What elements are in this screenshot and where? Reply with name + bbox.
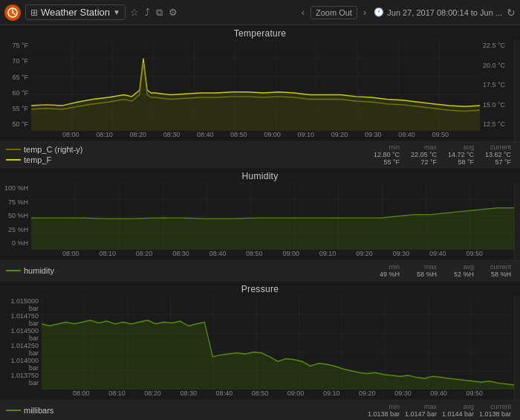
svg-marker-56 (42, 320, 514, 390)
humidity-min: 49 %H (365, 271, 403, 278)
temp-c-avg: 14.72 °C (440, 151, 477, 158)
star-icon[interactable]: ☆ (130, 7, 139, 18)
nav-next[interactable]: › (360, 5, 369, 19)
legend-item-pressure: millibars (6, 406, 53, 415)
humidity-scrollbar[interactable] (514, 183, 520, 260)
refresh-button[interactable]: ↻ (507, 7, 516, 19)
pressure-legend: millibars min max avg current 1.0138 bar… (0, 400, 520, 420)
time-range-text: Jun 27, 2017 08:00:14 to Jun ... (387, 8, 502, 17)
temp-stats: min max avg current 12.80 °C 22.05 °C 14… (365, 143, 514, 166)
tempf-line-icon (6, 159, 21, 161)
pressure-chart-area: 1.015000 bar 1.014750 bar 1.014500 bar 1… (0, 296, 520, 400)
zoom-out-button[interactable]: Zoom Out (311, 6, 357, 19)
svg-marker-37 (31, 208, 514, 250)
pressure-y-axis: 1.015000 bar 1.014750 bar 1.014500 bar 1… (0, 296, 42, 400)
main-content: Temperature 75 °F 70 °F 65 °F 60 °F 55 °… (0, 25, 520, 420)
humidity-line-icon (6, 270, 21, 271)
humidity-svg-container: 08:00 08:10 08:20 08:30 08:40 08:50 09:0… (31, 183, 514, 260)
time-nav: ‹ Zoom Out › (299, 5, 370, 19)
pressure-min: 1.0138 bar (365, 410, 403, 418)
humidity-legend: humidity min max avg current 49 %H 58 %H… (0, 260, 520, 280)
pressure-avg: 1.0144 bar (440, 410, 477, 418)
legend-item-tempc: temp_C (right-y) (6, 145, 82, 154)
settings-icon[interactable]: ⚙ (169, 7, 178, 18)
temp-c-current: 13.62 °C (477, 151, 514, 158)
pressure-title: Pressure (0, 284, 520, 294)
tempc-line-icon (6, 149, 21, 150)
pressure-line-icon (6, 410, 21, 411)
legend-tempf-label: temp_F (24, 155, 51, 164)
temp-legend: temp_C (right-y) temp_F min max avg curr… (0, 141, 520, 167)
humidity-stats: min max avg current 49 %H 58 %H 52 %H 58… (365, 263, 514, 278)
pressure-max: 1.0147 bar (403, 410, 440, 418)
temp-f-current: 57 °F (477, 158, 514, 166)
temperature-title: Temperature (0, 28, 520, 39)
pressure-x-axis: 08:00 08:10 08:20 08:30 08:40 08:50 09:0… (42, 390, 514, 400)
humidity-stats-header: min max avg current (365, 263, 514, 271)
pressure-stats-data: 1.0138 bar 1.0147 bar 1.0144 bar 1.0138 … (365, 410, 514, 418)
temp-y-axis-right: 22.5 °C 20.0 °C 17.5 °C 15.0 °C 12.5 °C (480, 40, 514, 141)
legend-humidity-label: humidity (24, 266, 54, 275)
humidity-title: Humidity (0, 171, 520, 181)
humidity-chart-area: 100 %H 75 %H 50 %H 25 %H 0 %H (0, 183, 520, 260)
clock-icon: 🕐 (374, 7, 384, 17)
nav-prev[interactable]: ‹ (299, 5, 308, 19)
caret-icon: ▼ (113, 8, 120, 16)
pressure-stats-header: min max avg current (365, 403, 514, 410)
temperature-svg-container: 08:00 08:10 08:20 08:30 08:40 08:50 09:0… (31, 40, 480, 141)
pressure-scrollbar[interactable] (514, 296, 520, 400)
temp-f-max: 72 °F (403, 158, 440, 166)
humidity-current: 58 %H (477, 271, 514, 278)
legend-item-humidity: humidity (6, 266, 54, 275)
temp-c-min: 12.80 °C (365, 151, 403, 158)
time-display: 🕐 Jun 27, 2017 08:00:14 to Jun ... (374, 7, 502, 17)
humidity-avg: 52 %H (440, 271, 477, 278)
humidity-stats-data: 49 %H 58 %H 52 %H 58 %H (365, 271, 514, 278)
humidity-max: 58 %H (403, 271, 440, 278)
copy-icon[interactable]: ⧉ (156, 7, 163, 19)
temp-f-min: 55 °F (365, 158, 403, 166)
legend-pressure-label: millibars (24, 406, 53, 415)
dashboard-title: Weather Station (41, 7, 110, 18)
temp-c-max: 22.05 °C (403, 151, 440, 158)
humidity-panel: Humidity 100 %H 75 %H 50 %H 25 %H 0 %H (0, 168, 520, 281)
temp-stats-f: 55 °F 72 °F 58 °F 57 °F (365, 158, 514, 166)
temperature-panel: Temperature 75 °F 70 °F 65 °F 60 °F 55 °… (0, 25, 520, 168)
humidity-y-axis: 100 %H 75 %H 50 %H 25 %H 0 %H (0, 183, 31, 260)
topbar: ⊞ Weather Station ▼ ☆ ⤴ ⧉ ⚙ ‹ Zoom Out ›… (0, 0, 520, 25)
temp-scrollbar[interactable] (514, 40, 520, 141)
share-icon[interactable]: ⤴ (145, 7, 150, 18)
legend-item-tempf: temp_F (6, 155, 82, 164)
temperature-chart-area: 75 °F 70 °F 65 °F 60 °F 55 °F 50 °F (0, 40, 520, 141)
legend-tempc-label: temp_C (right-y) (24, 145, 82, 154)
app-logo (4, 4, 21, 21)
pressure-stats: min max avg current 1.0138 bar 1.0147 ba… (365, 403, 514, 418)
temp-x-axis: 08:00 08:10 08:20 08:30 08:40 08:50 09:0… (31, 131, 480, 141)
temp-y-axis-left: 75 °F 70 °F 65 °F 60 °F 55 °F 50 °F (0, 40, 31, 141)
humidity-x-axis: 08:00 08:10 08:20 08:30 08:40 08:50 09:0… (31, 250, 514, 260)
grid-icon: ⊞ (30, 7, 38, 18)
topbar-actions: ☆ ⤴ ⧉ ⚙ (130, 7, 178, 19)
pressure-current: 1.0138 bar (477, 410, 514, 418)
temp-stats-c: 12.80 °C 22.05 °C 14.72 °C 13.62 °C (365, 151, 514, 158)
pressure-svg-container: 08:00 08:10 08:20 08:30 08:40 08:50 09:0… (42, 296, 514, 400)
temp-f-avg: 58 °F (440, 158, 477, 166)
dashboard-selector[interactable]: ⊞ Weather Station ▼ (25, 4, 126, 20)
pressure-panel: Pressure 1.015000 bar 1.014750 bar 1.014… (0, 281, 520, 420)
temp-stats-header: min max avg current (365, 143, 514, 151)
